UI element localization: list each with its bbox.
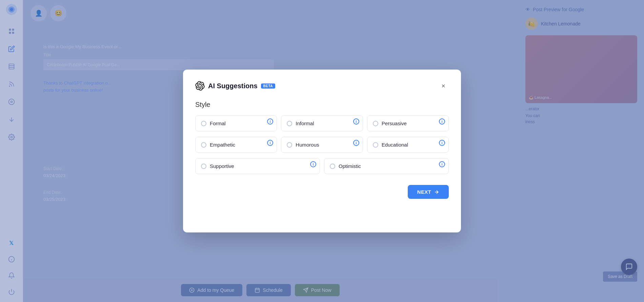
ai-suggestions-modal: AI Suggestions BETA × Style Formal i Inf…	[183, 70, 461, 232]
modal-overlay: AI Suggestions BETA × Style Formal i Inf…	[0, 0, 644, 302]
style-radio-optimistic	[330, 164, 335, 169]
style-radio-humorous	[287, 142, 292, 148]
modal-title-group: AI Suggestions BETA	[195, 81, 275, 91]
style-section-label: Style	[195, 101, 449, 109]
modal-title: AI Suggestions	[208, 82, 258, 90]
info-empathetic-icon[interactable]: i	[267, 140, 273, 146]
next-button[interactable]: NEXT	[408, 185, 449, 199]
style-radio-persuasive	[373, 121, 378, 126]
info-informal-icon[interactable]: i	[353, 118, 359, 125]
style-radio-empathetic	[201, 142, 206, 148]
style-option-empathetic[interactable]: Empathetic i	[195, 137, 277, 153]
style-radio-informal	[287, 121, 292, 126]
style-label-optimistic: Optimistic	[339, 163, 361, 169]
style-option-humorous[interactable]: Humorous i	[281, 137, 363, 153]
style-option-persuasive[interactable]: Persuasive i	[367, 115, 449, 131]
style-label-supportive: Supportive	[210, 163, 234, 169]
style-radio-formal	[201, 121, 206, 126]
info-educational-icon[interactable]: i	[439, 140, 445, 146]
modal-header: AI Suggestions BETA ×	[195, 80, 449, 91]
openai-logo-icon	[195, 81, 205, 91]
next-arrow-icon	[434, 189, 439, 195]
next-button-label: NEXT	[417, 189, 431, 195]
modal-footer: NEXT	[195, 185, 449, 199]
info-humorous-icon[interactable]: i	[353, 140, 359, 146]
style-grid-row2: Empathetic i Humorous i Educational i	[195, 137, 449, 153]
style-radio-educational	[373, 142, 378, 148]
style-grid-row3: Supportive i Optimistic i	[195, 158, 449, 174]
info-supportive-icon[interactable]: i	[310, 161, 316, 167]
style-label-formal: Formal	[210, 120, 226, 126]
modal-close-button[interactable]: ×	[438, 80, 449, 91]
info-optimistic-icon[interactable]: i	[439, 161, 445, 167]
style-option-informal[interactable]: Informal i	[281, 115, 363, 131]
style-label-persuasive: Persuasive	[382, 120, 407, 126]
info-persuasive-icon[interactable]: i	[439, 118, 445, 125]
beta-badge: BETA	[261, 83, 275, 89]
info-formal-icon[interactable]: i	[267, 118, 273, 125]
style-option-educational[interactable]: Educational i	[367, 137, 449, 153]
style-grid-row1: Formal i Informal i Persuasive i	[195, 115, 449, 131]
style-option-optimistic[interactable]: Optimistic i	[324, 158, 449, 174]
style-label-empathetic: Empathetic	[210, 142, 235, 148]
style-option-supportive[interactable]: Supportive i	[195, 158, 320, 174]
style-option-formal[interactable]: Formal i	[195, 115, 277, 131]
style-label-educational: Educational	[382, 142, 408, 148]
style-label-informal: Informal	[296, 120, 314, 126]
style-label-humorous: Humorous	[296, 142, 319, 148]
style-radio-supportive	[201, 164, 206, 169]
